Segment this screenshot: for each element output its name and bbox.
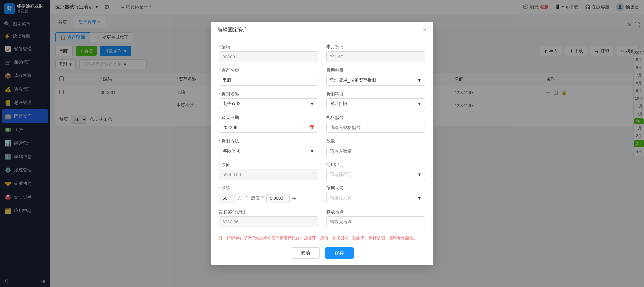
initial-dep-label: 期初累计折旧: [219, 209, 318, 215]
purchase-date-label: * 购买日期: [219, 115, 318, 121]
field-spec: 规格型号: [326, 115, 425, 133]
original-value-input[interactable]: [219, 169, 318, 180]
period-input[interactable]: [219, 193, 236, 203]
department-label: 使用部门: [326, 162, 425, 168]
modal-overlay: 编辑固定资产 × * 编码 本月折旧 * 资产名称: [0, 0, 644, 287]
dep-method-value: 年限平均: [223, 148, 309, 154]
field-code: * 编码: [219, 44, 318, 62]
save-button[interactable]: 保存: [325, 247, 354, 259]
cancel-button[interactable]: 取消: [291, 247, 320, 259]
name-input[interactable]: [219, 75, 318, 86]
note-text: 注：已经存在变更记录或者对应固定资产已经生成凭证，原值、购买日期、残值率、累计折…: [219, 236, 417, 241]
user-label: 使用人员: [326, 185, 425, 191]
spec-input[interactable]: [326, 122, 425, 133]
location-label: 存放地点: [326, 209, 425, 215]
field-location: 存放地点: [326, 209, 425, 227]
expense-account-chevron: ▼: [417, 78, 422, 83]
category-label: * 类别名称: [219, 91, 318, 97]
monthly-dep-input[interactable]: [326, 51, 425, 62]
category-chevron: ▼: [310, 101, 314, 106]
purchase-date-input[interactable]: 202206 📅: [219, 122, 318, 133]
initial-dep-input[interactable]: [219, 216, 318, 227]
quantity-label: 数量: [326, 138, 425, 144]
field-dep-method: * 折旧方法 年限平均 ▼: [219, 138, 318, 156]
dialog-title: 编辑固定资产: [218, 27, 248, 33]
department-placeholder: 请选择部门: [330, 171, 416, 178]
period-row: 月 * 残值率 %: [219, 193, 318, 203]
dialog-body: * 编码 本月折旧 * 资产名称 费用科目 管理费用_固定资产折旧: [211, 37, 433, 232]
department-select[interactable]: 请选择部门 ▼: [326, 169, 425, 180]
field-period: * 期限 月 * 残值率 %: [219, 185, 318, 203]
user-placeholder: 请选择人员: [330, 195, 416, 201]
field-monthly-depreciation: 本月折旧: [326, 44, 425, 62]
dep-method-chevron: ▼: [310, 149, 314, 154]
dialog-footer: 取消 保存: [211, 242, 433, 265]
field-expense-account: 费用科目 管理费用_固定资产折旧 ▼: [326, 67, 425, 86]
field-quantity: 数量: [326, 138, 425, 156]
calendar-icon: 📅: [309, 125, 314, 130]
period-unit: 月: [238, 195, 242, 201]
expense-account-select[interactable]: 管理费用_固定资产折旧 ▼: [326, 75, 425, 86]
field-category: * 类别名称 电子设备 ▼: [219, 91, 318, 109]
dep-account-select[interactable]: 累计折旧 ▼: [326, 98, 425, 109]
field-department: 使用部门 请选择部门 ▼: [326, 162, 425, 180]
dep-method-label: * 折旧方法: [219, 138, 318, 144]
dep-method-select[interactable]: 年限平均 ▼: [219, 146, 318, 156]
user-select[interactable]: 请选择人员 ▼: [326, 193, 425, 203]
code-label: * 编码: [219, 44, 318, 50]
monthly-dep-label: 本月折旧: [326, 44, 425, 50]
dialog-note: 注：已经存在变更记录或者对应固定资产已经生成凭证，原值、购买日期、残值率、累计折…: [211, 232, 433, 242]
purchase-date-value: 202206: [223, 125, 308, 130]
field-name: * 资产名称: [219, 67, 318, 86]
original-value-label: * 原值: [219, 162, 318, 168]
residual-input[interactable]: [266, 193, 290, 203]
field-depreciation-account: 折旧科目 累计折旧 ▼: [326, 91, 425, 109]
field-initial-depreciation: 期初累计折旧: [219, 209, 318, 227]
quantity-input[interactable]: [326, 146, 425, 156]
category-select[interactable]: 电子设备 ▼: [219, 98, 318, 109]
field-original-value: * 原值: [219, 162, 318, 180]
edit-asset-dialog: 编辑固定资产 × * 编码 本月折旧 * 资产名称: [211, 22, 433, 265]
field-user: 使用人员 请选择人员 ▼: [326, 185, 425, 203]
residual-label: 残值率: [251, 195, 264, 201]
spec-label: 规格型号: [326, 115, 425, 121]
residual-unit: %: [292, 196, 296, 201]
period-label: * 期限: [219, 185, 318, 191]
dep-account-chevron: ▼: [417, 101, 422, 106]
location-input[interactable]: [326, 216, 425, 227]
dialog-close-button[interactable]: ×: [423, 26, 427, 33]
code-input[interactable]: [219, 51, 318, 62]
name-label: * 资产名称: [219, 67, 318, 73]
dep-account-value: 累计折旧: [330, 101, 416, 107]
department-chevron: ▼: [417, 172, 422, 177]
user-chevron: ▼: [417, 196, 422, 201]
expense-account-label: 费用科目: [326, 67, 425, 73]
category-value: 电子设备: [223, 101, 309, 107]
expense-account-value: 管理费用_固定资产折旧: [330, 77, 416, 83]
dialog-header: 编辑固定资产 ×: [211, 22, 433, 37]
dep-account-label: 折旧科目: [326, 91, 425, 97]
field-purchase-date: * 购买日期 202206 📅: [219, 115, 318, 133]
